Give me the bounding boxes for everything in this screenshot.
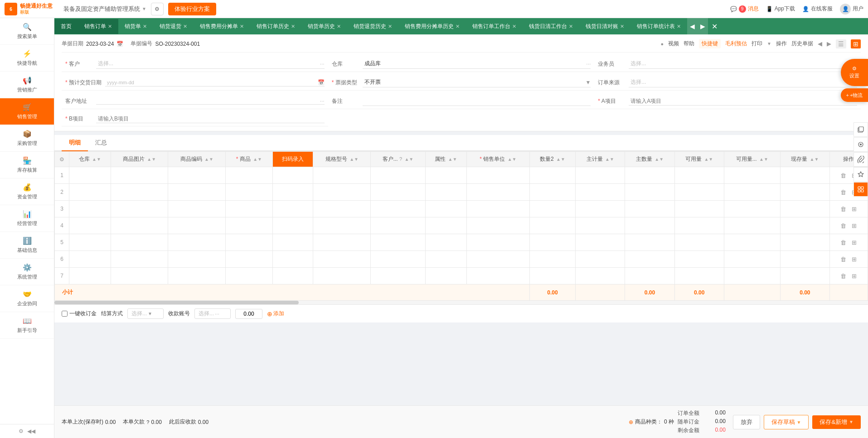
row-5-product[interactable] — [226, 234, 272, 251]
project-b-input[interactable] — [96, 115, 325, 123]
sidebar-item-finance[interactable]: 💰 资金管理 — [0, 178, 54, 205]
tab-close-icon[interactable]: ✕ — [108, 24, 112, 29]
th-qty2[interactable]: 数量2 ▲▼ — [529, 152, 575, 167]
th-current[interactable]: 现存量 ▲▼ — [780, 152, 829, 167]
sidebar-item-guide[interactable]: 📖 新手引导 — [0, 312, 54, 339]
row-6-available[interactable] — [674, 251, 724, 268]
tab-close-icon[interactable]: ✕ — [620, 24, 624, 29]
tab-prev-button[interactable]: ◀ — [687, 18, 698, 34]
row-7-main-qty[interactable] — [625, 268, 674, 284]
one-click-checkbox[interactable] — [62, 311, 68, 317]
row-6-delete-icon[interactable]: 🗑 — [839, 255, 848, 264]
tab-sales-order[interactable]: 销售订单 ✕ — [78, 19, 118, 34]
row-2-available[interactable] — [674, 184, 724, 201]
row-3-code[interactable] — [168, 201, 226, 217]
row-5-code[interactable] — [168, 234, 226, 251]
sidebar-item-operations[interactable]: 📊 经营管理 — [0, 205, 54, 232]
page-nav-next[interactable]: ▶ — [827, 40, 831, 47]
row-1-code[interactable] — [168, 167, 226, 184]
page-nav-prev[interactable]: ◀ — [818, 40, 822, 47]
row-4-current[interactable] — [780, 217, 829, 234]
customer-more-icon[interactable]: ··· — [320, 61, 325, 67]
row-7-attr[interactable] — [425, 268, 467, 284]
tab-home[interactable]: 首页 — [54, 19, 78, 34]
row-5-available[interactable] — [674, 234, 724, 251]
row-3-scan[interactable] — [272, 201, 313, 217]
row-1-product[interactable] — [226, 167, 272, 184]
row-5-copy-icon[interactable]: ⊞ — [849, 238, 858, 247]
row-6-main-qty[interactable] — [625, 251, 674, 268]
print-arrow-icon[interactable]: ▼ — [767, 41, 771, 46]
solution-button[interactable]: 体验行业方案 — [168, 3, 216, 15]
system-settings-icon[interactable]: ⚙ — [151, 3, 164, 15]
row-3-available[interactable] — [674, 201, 724, 217]
row-7-unit[interactable] — [467, 268, 530, 284]
online-service-button[interactable]: 👤 在线客服 — [802, 5, 833, 13]
row-4-image[interactable] — [111, 217, 168, 234]
row-6-qty2[interactable] — [529, 251, 575, 268]
delivery-cal-icon[interactable]: 📅 — [318, 79, 325, 86]
row-2-qty2[interactable] — [529, 184, 575, 201]
th-settings-icon[interactable]: ⚙ — [59, 156, 64, 163]
view-toggle-list[interactable]: ☰ — [836, 39, 846, 48]
row-6-product[interactable] — [226, 251, 272, 268]
row-4-attr[interactable] — [425, 217, 467, 234]
row-3-main-unit[interactable] — [576, 201, 625, 217]
row-6-warehouse[interactable] — [69, 251, 111, 268]
message-button[interactable]: 💬 9 消息 — [730, 5, 759, 13]
row-1-scan[interactable] — [272, 167, 313, 184]
row-3-image[interactable] — [111, 201, 168, 217]
tab-reconciliation[interactable]: 钱货日清对账 ✕ — [579, 19, 630, 34]
th-attr[interactable]: 属性 ▲▼ — [425, 152, 467, 167]
th-customer-code[interactable]: 客户... ? ▲▼ — [371, 152, 425, 167]
row-7-available[interactable] — [674, 268, 724, 284]
right-icon-1[interactable] — [853, 122, 868, 137]
save-new-arrow-icon[interactable]: ▼ — [849, 419, 853, 424]
row-4-product[interactable] — [226, 217, 272, 234]
row-6-current[interactable] — [780, 251, 829, 268]
row-5-main-unit[interactable] — [576, 234, 625, 251]
row-1-image[interactable] — [111, 167, 168, 184]
row-3-unit[interactable] — [467, 201, 530, 217]
print-action[interactable]: 打印 — [752, 40, 762, 48]
row-2-image[interactable] — [111, 184, 168, 201]
row-7-code[interactable] — [168, 268, 226, 284]
tab-close-icon[interactable]: ✕ — [512, 24, 516, 29]
row-3-customer-code[interactable] — [371, 201, 425, 217]
sidebar-item-quicknav[interactable]: ⚡ 快捷导航 — [0, 45, 54, 72]
th-unit[interactable]: * 销售单位 ▲▼ — [467, 152, 530, 167]
row-6-attr[interactable] — [425, 251, 467, 268]
th-main-qty[interactable]: 主数量 ▲▼ — [625, 152, 674, 167]
row-5-main-qty[interactable] — [625, 234, 674, 251]
th-product[interactable]: * 商品 ▲▼ — [226, 152, 272, 167]
invoice-arrow-icon[interactable]: ▼ — [585, 79, 591, 86]
th-image[interactable]: 商品图片 ▲▼ — [111, 152, 168, 167]
warehouse-more-icon[interactable]: ··· — [586, 61, 591, 67]
row-2-warehouse[interactable] — [69, 184, 111, 201]
row-6-unit[interactable] — [467, 251, 530, 268]
add-fab[interactable]: + +物流 — [841, 88, 868, 102]
row-5-delete-icon[interactable]: 🗑 — [839, 238, 848, 247]
row-1-available2[interactable] — [724, 167, 780, 184]
row-3-warehouse[interactable] — [69, 201, 111, 217]
tab-return-history[interactable]: 销货退货历史 ✕ — [347, 19, 398, 34]
row-7-product[interactable] — [226, 268, 272, 284]
row-4-delete-icon[interactable]: 🗑 — [839, 221, 848, 230]
sidebar-item-enterprise[interactable]: 🤝 企业协同 — [0, 285, 54, 312]
history-action[interactable]: 历史单据 — [791, 40, 813, 48]
order-source-input[interactable]: 选择... — [629, 77, 852, 87]
row-2-unit[interactable] — [467, 184, 530, 201]
row-7-customer-code[interactable] — [371, 268, 425, 284]
row-4-copy-icon[interactable]: ⊞ — [849, 221, 858, 230]
th-main-unit[interactable]: 主计量 ▲▼ — [576, 152, 625, 167]
customer-input[interactable]: 选择... — [96, 59, 320, 68]
tab-sales-return[interactable]: 销货退货 ✕ — [153, 19, 194, 34]
th-code[interactable]: 商品编码 ▲▼ — [168, 152, 226, 167]
project-a-input[interactable] — [629, 97, 857, 106]
dropdown-arrow-icon[interactable]: ▼ — [142, 6, 146, 11]
row-5-unit[interactable] — [467, 234, 530, 251]
row-7-main-unit[interactable] — [576, 268, 625, 284]
settings-fab[interactable]: ⚙ 设置 — [841, 59, 868, 86]
current-debt-tooltip[interactable]: ? — [146, 419, 149, 425]
sidebar-collapse-icon[interactable]: ◀◀ — [27, 428, 35, 434]
